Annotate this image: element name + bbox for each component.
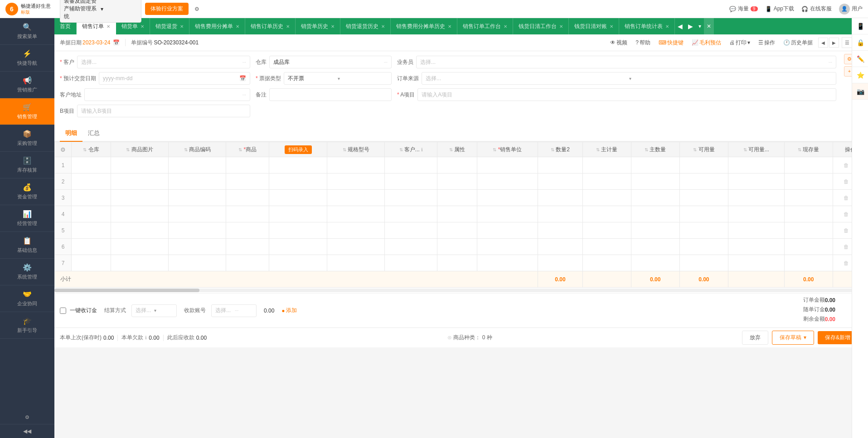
row-3-spec[interactable]	[327, 190, 385, 206]
row-3-avail-qty2[interactable]	[728, 190, 784, 206]
settings-icon[interactable]: ⚙	[192, 5, 201, 14]
tab-close-expense-history[interactable]: ✕	[448, 24, 451, 29]
support-btn[interactable]: 🎧 在线客服	[801, 5, 832, 13]
row-2-delete-icon[interactable]: 🗑	[844, 178, 849, 185]
solution-btn[interactable]: 体验行业方案	[145, 3, 189, 15]
tab-workbench[interactable]: 销售订单工作台 ✕	[457, 18, 513, 34]
row-3-attr[interactable]	[437, 190, 477, 206]
row-7-qty2[interactable]	[538, 255, 582, 271]
tab-close-return[interactable]: ✕	[180, 24, 184, 29]
tab-close-invoice-history[interactable]: ✕	[331, 24, 335, 29]
row-2-attr[interactable]	[437, 173, 477, 190]
sidebar-item-search[interactable]: 🔍 搜索菜单	[0, 18, 54, 45]
b-project-input[interactable]: 请输入B项目	[77, 105, 250, 117]
user-btn[interactable]: 👤 用户	[839, 4, 863, 14]
row-3-unit[interactable]	[477, 190, 538, 206]
row-2-goods[interactable]	[226, 173, 269, 190]
row-3-scan[interactable]	[269, 190, 327, 206]
account-more-icon[interactable]: ···	[235, 308, 252, 313]
warehouse-more-icon[interactable]: ···	[384, 60, 388, 65]
tab-prev-btn[interactable]: ◀	[675, 18, 685, 34]
horizontal-scrollbar[interactable]	[54, 289, 868, 292]
row-2-main-unit[interactable]	[582, 173, 631, 190]
row-4-image[interactable]	[111, 206, 169, 222]
row-7-unit[interactable]	[477, 255, 538, 271]
row-6-code[interactable]	[169, 239, 226, 255]
row-4-main-qty[interactable]	[631, 206, 679, 222]
row-5-customer-code[interactable]	[385, 222, 437, 239]
row-1-qty2[interactable]	[538, 157, 582, 173]
tab-expense[interactable]: 销售费用分摊单 ✕	[189, 18, 245, 34]
row-6-attr[interactable]	[437, 239, 477, 255]
row-5-avail-qty[interactable]	[679, 222, 728, 239]
row-6-scan[interactable]	[269, 239, 327, 255]
row-4-unit[interactable]	[477, 206, 538, 222]
row-1-current-stock[interactable]	[784, 157, 833, 173]
tab-expense-history[interactable]: 销售费用分摊单历史 ✕	[391, 18, 457, 34]
staff-input[interactable]: 选择... ···	[416, 56, 836, 68]
tab-close-return-history[interactable]: ✕	[381, 24, 385, 29]
row-1-warehouse[interactable]	[72, 157, 111, 173]
row-3-customer-code[interactable]	[385, 190, 437, 206]
row-5-image[interactable]	[111, 222, 169, 239]
row-1-delete-icon[interactable]: 🗑	[844, 162, 849, 168]
row-4-goods[interactable]	[226, 206, 269, 222]
tab-invoice-history[interactable]: 销货单历史 ✕	[296, 18, 340, 34]
quick-payment-checkbox[interactable]	[60, 308, 66, 314]
tab-close-all-btn[interactable]: ✕	[704, 18, 714, 34]
row-2-spec[interactable]	[327, 173, 385, 190]
tab-close-stats[interactable]: ✕	[665, 24, 669, 29]
staff-more-icon[interactable]: ···	[829, 60, 832, 65]
tab-close-sales-order[interactable]: ✕	[107, 24, 110, 29]
sidebar-settings-btn[interactable]: ⚙	[0, 411, 54, 424]
row-6-delete-icon[interactable]: 🗑	[844, 244, 849, 250]
tab-daily-clear[interactable]: 钱货日清工作台 ✕	[513, 18, 569, 34]
sidebar-item-guide[interactable]: 🎓 新手引导	[0, 312, 54, 339]
row-4-main-unit[interactable]	[582, 206, 631, 222]
row-7-avail-qty[interactable]	[679, 255, 728, 271]
right-panel-lock-icon[interactable]: 🔒	[852, 34, 868, 51]
row-1-unit[interactable]	[477, 157, 538, 173]
row-6-main-qty[interactable]	[631, 239, 679, 255]
row-1-code[interactable]	[169, 157, 226, 173]
row-5-scan[interactable]	[269, 222, 327, 239]
row-4-delete-icon[interactable]: 🗑	[844, 211, 849, 217]
tab-close-expense[interactable]: ✕	[236, 24, 239, 29]
row-4-spec[interactable]	[327, 206, 385, 222]
save-draft-btn[interactable]: 保存草稿 ▾	[772, 331, 814, 345]
row-6-avail-qty2[interactable]	[728, 239, 784, 255]
sidebar-item-nav[interactable]: ⚡ 快捷导航	[0, 45, 54, 72]
row-2-avail-qty2[interactable]	[728, 173, 784, 190]
tab-stats[interactable]: 销售订单统计表 ✕	[619, 18, 675, 34]
row-7-code[interactable]	[169, 255, 226, 271]
tab-return[interactable]: 销货退货 ✕	[150, 18, 189, 34]
row-2-image[interactable]	[111, 173, 169, 190]
row-7-warehouse[interactable]	[72, 255, 111, 271]
sidebar-item-marketing[interactable]: 📢 营销推广	[0, 72, 54, 98]
tab-close-daily-clear[interactable]: ✕	[559, 24, 563, 29]
row-2-avail-qty[interactable]	[679, 173, 728, 190]
payment-method-select[interactable]: 选择... ▾	[131, 304, 177, 317]
sidebar-item-basic[interactable]: 📋 基础信息	[0, 232, 54, 259]
list-view-btn[interactable]: ☰	[842, 38, 852, 48]
row-3-qty2[interactable]	[538, 190, 582, 206]
row-7-customer-code[interactable]	[385, 255, 437, 271]
sidebar-item-system[interactable]: ⚙️ 系统管理	[0, 259, 54, 285]
right-panel-edit-icon[interactable]: ✏️	[852, 51, 868, 67]
row-5-main-qty[interactable]	[631, 222, 679, 239]
nav-next-btn[interactable]: ▶	[829, 38, 839, 48]
row-3-main-qty[interactable]	[631, 190, 679, 206]
row-7-main-unit[interactable]	[582, 255, 631, 271]
row-7-attr[interactable]	[437, 255, 477, 271]
row-2-warehouse[interactable]	[72, 173, 111, 190]
nav-prev-btn[interactable]: ◀	[818, 38, 828, 48]
account-select[interactable]: 选择... ···	[211, 304, 257, 317]
row-6-customer-code[interactable]	[385, 239, 437, 255]
calendar-icon[interactable]: 📅	[113, 39, 120, 46]
row-5-warehouse[interactable]	[72, 222, 111, 239]
row-5-goods[interactable]	[226, 222, 269, 239]
tab-close-order-history[interactable]: ✕	[286, 24, 290, 29]
row-6-image[interactable]	[111, 239, 169, 255]
row-1-avail-qty[interactable]	[679, 157, 728, 173]
tab-next-btn[interactable]: ▶	[685, 18, 696, 34]
